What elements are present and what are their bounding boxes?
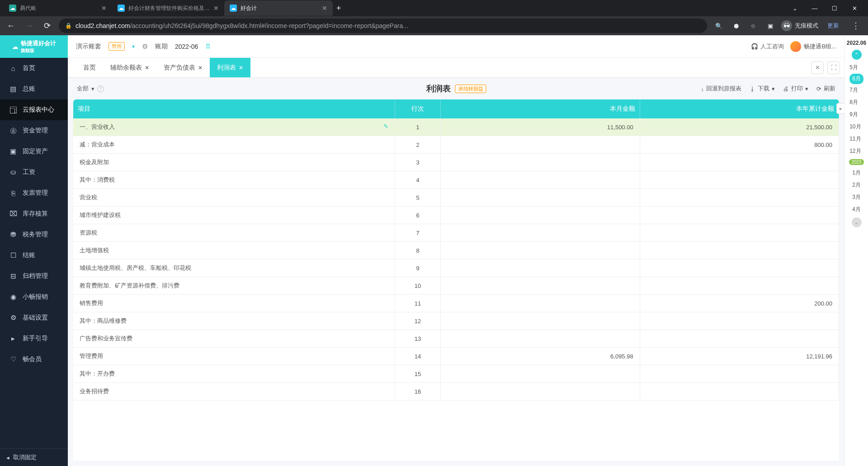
timeline-month[interactable]: 11月 [849, 133, 863, 145]
sidebar-item[interactable]: ㊎资金管理 [0, 120, 68, 141]
timeline-month[interactable]: 6月 [849, 74, 863, 84]
timeline-month[interactable]: 4月 [852, 203, 861, 216]
sidebar-item-label: 归档管理 [23, 272, 48, 280]
sidebar-item[interactable]: ♡畅会员 [0, 349, 68, 370]
minimize-button[interactable]: — [807, 2, 823, 14]
sidebar-item[interactable]: ▤总账 [0, 79, 68, 99]
table-row[interactable]: 一、营业收入✎111,500.0021,500.00 [73, 118, 839, 136]
maximize-button[interactable]: ☐ [826, 2, 843, 14]
edit-icon[interactable]: ✎ [383, 123, 388, 130]
sidebar-footer-unpin[interactable]: ◂ 取消固定 [0, 448, 68, 466]
table-row[interactable]: 教育费附加、矿产资源补偿费、排污费10 [73, 277, 839, 295]
browser-tab[interactable]: ☁好会计✕ [224, 0, 333, 16]
browser-tab[interactable]: ☁易代账✕ [4, 0, 112, 16]
table-row[interactable]: 业务招待费16 [73, 383, 839, 400]
table-row[interactable]: 广告费和业务宣传费13 [73, 330, 839, 348]
sidebar-item[interactable]: ⚙基础设置 [0, 307, 68, 328]
table-row[interactable]: 土地增值税8 [73, 242, 839, 259]
new-tab-button[interactable]: + [333, 0, 345, 17]
close-all-tabs-button[interactable]: ✕ [811, 61, 824, 74]
sidebar-item[interactable]: ⎘发票管理 [0, 183, 68, 203]
table-row[interactable]: 其中：商品维修费12 [73, 312, 839, 330]
top-bar: 演示账套 禁用 ▾ ⚙ 账期 2022-06 🗓 🎧 人工咨询 畅捷通B组... [68, 35, 844, 58]
sidebar-item[interactable]: ◉小畅报销 [0, 287, 68, 307]
forward-button[interactable]: → [23, 19, 35, 32]
table-row[interactable]: 城市维护建设税6 [73, 207, 839, 224]
print-button[interactable]: 🖨打印▾ [783, 85, 808, 93]
sidebar-item[interactable]: ☐结账 [0, 245, 68, 266]
table-row[interactable]: 减：营业成本2800.00 [73, 136, 839, 154]
gear-icon[interactable]: ⚙ [142, 42, 148, 51]
table-row[interactable]: 营业税5 [73, 189, 839, 207]
sidebar-item[interactable]: ⛀工资 [0, 162, 68, 183]
table-row[interactable]: 销售费用11200.00 [73, 295, 839, 312]
sidebar-item[interactable]: ▣固定资产 [0, 141, 68, 162]
timeline-up-button[interactable]: ⌃ [852, 50, 862, 60]
timeline-month[interactable]: 2月 [852, 179, 861, 191]
sidebar-item[interactable]: ⿹云报表中心 [0, 99, 68, 120]
close-icon[interactable]: ✕ [101, 5, 107, 12]
report-table-wrap: 项目 行次 本月金额 本年累计金额 一、营业收入✎111,500.0021,50… [73, 99, 839, 461]
star-icon[interactable]: ☆ [747, 19, 760, 32]
sidebar-icon: ▣ [9, 147, 17, 155]
timeline-month[interactable]: 10月 [849, 121, 863, 133]
chevron-down-icon[interactable]: ▾ [132, 43, 135, 50]
browser-tab[interactable]: ☁好会计财务管理软件购买价格及…✕ [112, 0, 224, 16]
table-row[interactable]: 城镇土地使用税、房产税、车船税、印花税9 [73, 259, 839, 277]
table-row[interactable]: 其中：消费税4 [73, 171, 839, 189]
scroll-handle[interactable]: ▸ [836, 103, 844, 114]
table-row[interactable]: 税金及附加3 [73, 154, 839, 171]
back-button[interactable]: ← [5, 19, 17, 32]
close-icon[interactable]: ✕ [213, 5, 219, 12]
sidebar-item[interactable]: ⊟归档管理 [0, 266, 68, 287]
table-row[interactable]: 其中：开办费15 [73, 365, 839, 383]
sidebar-icon: ⛃ [9, 231, 17, 239]
user-menu[interactable]: 畅捷通B组... [790, 41, 836, 52]
timeline-down-button[interactable]: ⌄ [852, 217, 862, 227]
support-link[interactable]: 🎧 人工咨询 [751, 42, 784, 51]
page-tab[interactable]: 资产负债表✕ [156, 58, 210, 77]
extension-icon[interactable]: ⬢ [730, 19, 742, 32]
caret-down-icon[interactable]: ⌄ [787, 2, 803, 14]
browser-menu-button[interactable]: ⋮ [848, 19, 863, 33]
sidebar-item[interactable]: ⌂首页 [0, 58, 68, 79]
timeline-month[interactable]: 9月 [849, 108, 863, 121]
download-icon: ⭳ [750, 85, 755, 92]
timeline-month[interactable]: 1月 [852, 167, 861, 179]
filter-select[interactable]: 全部 ▾ ? [77, 85, 104, 93]
page-tab[interactable]: 利润表✕ [210, 58, 250, 77]
url-text: cloud2.chanjet.com/accounting/uh26t264j5… [75, 22, 701, 29]
reload-button[interactable]: ⟳ [41, 19, 53, 32]
table-row[interactable]: 管理费用146,095.9812,191.96 [73, 348, 839, 365]
sidebar-item-label: 资金管理 [23, 127, 48, 135]
close-window-button[interactable]: ✕ [846, 2, 863, 14]
update-button[interactable]: 更新 [823, 20, 844, 32]
timeline-month[interactable]: 3月 [852, 191, 861, 203]
account-name[interactable]: 演示账套 [76, 42, 101, 51]
sidebar-item[interactable]: ▸新手引导 [0, 328, 68, 349]
close-icon[interactable]: ✕ [145, 65, 149, 71]
logo[interactable]: ☁ 畅捷通好会计 旗舰版 [0, 35, 68, 58]
zoom-icon[interactable]: 🔍 [712, 19, 725, 32]
calendar-icon[interactable]: 🗓 [205, 43, 211, 50]
table-row[interactable]: 资源税7 [73, 224, 839, 242]
url-box[interactable]: 🔒 cloud2.chanjet.com/accounting/uh26t264… [59, 19, 707, 33]
cell-month [441, 136, 640, 154]
page-tab[interactable]: 辅助余额表✕ [103, 58, 156, 77]
timeline-month[interactable]: 5月 [849, 61, 863, 74]
refresh-button[interactable]: ⟳刷新 [816, 85, 835, 93]
close-icon[interactable]: ✕ [239, 65, 243, 71]
fullscreen-button[interactable]: ⛶ [827, 61, 840, 74]
timeline-month[interactable]: 12月 [849, 145, 863, 157]
sidebar-item[interactable]: ⌧库存核算 [0, 203, 68, 224]
app-icon[interactable]: ▣ [764, 19, 777, 32]
sidebar-item[interactable]: ⛃税务管理 [0, 224, 68, 245]
help-icon[interactable]: ? [97, 85, 104, 92]
restore-button[interactable]: ↓回退到原报表 [701, 85, 742, 93]
close-icon[interactable]: ✕ [198, 65, 203, 71]
timeline-month[interactable]: 8月 [849, 96, 863, 108]
close-icon[interactable]: ✕ [322, 5, 327, 12]
download-button[interactable]: ⭳下载▾ [750, 85, 775, 93]
page-tab[interactable]: 首页 [76, 58, 103, 77]
timeline-month[interactable]: 7月 [849, 84, 863, 96]
